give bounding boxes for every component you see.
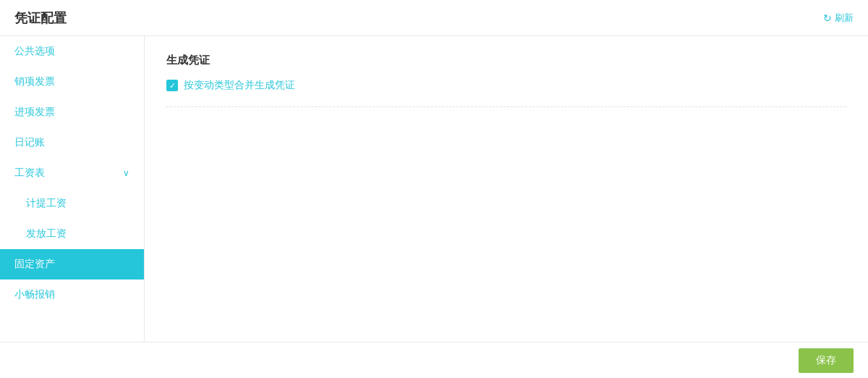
page-header: 凭证配置 ↻ 刷新: [0, 0, 868, 36]
merge-checkbox[interactable]: ✓: [166, 80, 178, 91]
sidebar-item-label: 固定资产: [14, 258, 55, 271]
sidebar-item-sales-invoice[interactable]: 销项发票: [0, 67, 144, 97]
page-title: 凭证配置: [14, 9, 67, 27]
chevron-down-icon: ∨: [123, 168, 129, 178]
sidebar-item-journal[interactable]: 日记账: [0, 127, 144, 158]
main-container: 公共选项销项发票进项发票日记账工资表∨计提工资发放工资固定资产小畅报销 生成凭证…: [0, 36, 868, 342]
sidebar-item-calc-salary[interactable]: 计提工资: [0, 188, 144, 219]
section-title: 生成凭证: [166, 54, 846, 67]
sidebar-item-label: 进项发票: [14, 106, 55, 119]
checkmark-icon: ✓: [169, 82, 176, 90]
sidebar-item-label: 销项发票: [14, 75, 55, 88]
section-divider: [166, 106, 846, 107]
sidebar-item-expense-report[interactable]: 小畅报销: [0, 280, 144, 310]
checkbox-row: ✓ 按变动类型合并生成凭证: [166, 79, 846, 92]
sidebar-item-fixed-assets[interactable]: 固定资产: [0, 249, 144, 280]
save-button[interactable]: 保存: [799, 348, 854, 373]
page-footer: 保存: [0, 342, 868, 378]
sidebar-item-label: 计提工资: [26, 197, 67, 210]
refresh-button[interactable]: ↻ 刷新: [823, 12, 854, 25]
sidebar-item-public-options[interactable]: 公共选项: [0, 36, 144, 67]
sidebar-item-label: 公共选项: [14, 45, 55, 58]
sidebar-item-pay-salary[interactable]: 发放工资: [0, 219, 144, 249]
sidebar-item-label: 日记账: [14, 136, 45, 149]
sidebar: 公共选项销项发票进项发票日记账工资表∨计提工资发放工资固定资产小畅报销: [0, 36, 145, 342]
sidebar-item-label: 小畅报销: [14, 288, 55, 301]
sidebar-item-label: 工资表: [14, 167, 45, 180]
refresh-label: 刷新: [835, 12, 854, 25]
sidebar-item-payroll-table[interactable]: 工资表∨: [0, 158, 144, 188]
refresh-icon: ↻: [823, 12, 832, 24]
checkbox-label[interactable]: 按变动类型合并生成凭证: [184, 79, 295, 92]
sidebar-item-purchase-invoice[interactable]: 进项发票: [0, 97, 144, 127]
sidebar-item-label: 发放工资: [26, 227, 67, 240]
content-area: 生成凭证 ✓ 按变动类型合并生成凭证: [145, 36, 868, 342]
